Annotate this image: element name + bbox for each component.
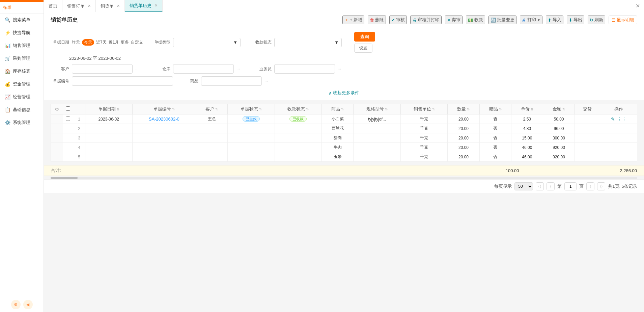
- row-customer-cell: [196, 143, 228, 152]
- import-button[interactable]: ⬆ 导入: [546, 16, 563, 24]
- th-doc-status[interactable]: 单据状态 ⇅: [228, 104, 275, 114]
- th-spec[interactable]: 规格型号 ⇅: [354, 104, 401, 114]
- audit-label: 审核: [396, 17, 405, 23]
- tab-sales-history-close[interactable]: ✕: [155, 3, 158, 8]
- tab-sales-delivery-close[interactable]: ✕: [117, 4, 120, 8]
- date-link-today[interactable]: 今天: [82, 39, 94, 46]
- row-checkbox[interactable]: [66, 116, 70, 121]
- date-link-more[interactable]: 更多: [121, 40, 129, 45]
- sidebar-collapse-btn[interactable]: ◀: [23, 300, 33, 309]
- refresh-button[interactable]: ↻ 刷新: [588, 16, 605, 24]
- abandon-button[interactable]: ✕ 弃审: [445, 16, 463, 24]
- collapse-button[interactable]: ∧ 收起更多条件: [329, 90, 359, 96]
- th-gift-sort-icon: ⇅: [499, 107, 502, 111]
- receive-button[interactable]: 💵 收款: [466, 16, 485, 24]
- th-qty-sort-icon: ⇅: [467, 107, 470, 111]
- date-link-custom[interactable]: 自定义: [131, 40, 143, 45]
- scrollbar-thumb[interactable]: [51, 177, 78, 179]
- sidebar-item-sales-mgmt[interactable]: 📊 销售管理: [0, 39, 44, 52]
- gear-icon[interactable]: ⚙: [55, 107, 59, 112]
- date-field: 单据日期 昨天 今天 近7天 近1月 更多 自定义: [51, 39, 145, 46]
- basic-info-icon: 📋: [5, 107, 10, 112]
- th-unit[interactable]: 销售单位 ⇅: [400, 104, 448, 114]
- audit-print-button[interactable]: 🖨 审核并打印: [410, 16, 442, 24]
- th-gear[interactable]: ⚙: [51, 104, 63, 114]
- doc-no-link[interactable]: SA-20230602-0: [149, 116, 179, 122]
- warehouse-ellipsis[interactable]: ···: [236, 67, 240, 71]
- sidebar-item-search-menu[interactable]: 🔍 搜索菜单: [0, 14, 44, 26]
- tab-sales-order[interactable]: 销售订单 ✕: [62, 0, 96, 12]
- display-detail-button[interactable]: ☰ 显示明细: [609, 16, 637, 24]
- customer-input[interactable]: [72, 64, 133, 74]
- footer-amount-total: 2,286.00: [610, 168, 637, 173]
- first-page-btn[interactable]: ⟨⟨: [536, 182, 544, 190]
- row-unit-cell: 千克: [400, 143, 448, 152]
- delete-button[interactable]: 🗑 删除: [368, 16, 386, 24]
- receipt-status-select[interactable]: ▼: [274, 38, 342, 47]
- tab-sales-order-close[interactable]: ✕: [88, 4, 91, 8]
- th-doc-no[interactable]: 单据编号 ⇅: [132, 104, 196, 114]
- sidebar-item-basic-info[interactable]: 📋 基础信息: [0, 103, 44, 116]
- product-ellipsis[interactable]: ···: [264, 79, 268, 83]
- th-qty[interactable]: 数量 ⇅: [448, 104, 479, 114]
- th-product[interactable]: 商品 ⇅: [322, 104, 354, 114]
- collapse-row: ∧ 收起更多条件: [51, 88, 637, 96]
- sidebar-item-inventory[interactable]: 🏠 库存核算: [0, 65, 44, 78]
- doc-type-select[interactable]: ▼: [173, 38, 241, 47]
- sidebar-item-operations[interactable]: 📈 经营管理: [0, 90, 44, 103]
- per-page-select[interactable]: 50 100 200: [514, 182, 533, 190]
- doc-type-label: 单据类型: [152, 40, 170, 45]
- table-row: 12023-06-02SA-20230602-0王总已生效已收款小白菜tyjyj…: [51, 114, 637, 124]
- th-gift[interactable]: 赠品 ⇅: [479, 104, 511, 114]
- th-gift-label: 赠品: [489, 106, 498, 112]
- salesperson-input[interactable]: [274, 64, 335, 74]
- query-button[interactable]: 查询: [354, 32, 375, 42]
- date-link-1month[interactable]: 近1月: [109, 40, 119, 45]
- search-row-2: 客户 ··· 仓库 ··· 业务员 ···: [51, 64, 637, 74]
- page-number-input[interactable]: [564, 182, 577, 190]
- sidebar-item-system[interactable]: ⚙️ 系统管理: [0, 116, 44, 129]
- tab-sales-delivery[interactable]: 销货单 ✕: [96, 0, 125, 12]
- date-link-7days[interactable]: 近7天: [96, 40, 107, 45]
- select-all-checkbox[interactable]: [66, 106, 70, 111]
- warehouse-input[interactable]: [173, 64, 234, 74]
- tab-home[interactable]: 首页: [44, 0, 62, 12]
- date-label: 单据日期: [51, 40, 69, 45]
- export-button[interactable]: ⬇ 导出: [567, 16, 584, 24]
- sidebar-item-finance[interactable]: 💰 资金管理: [0, 78, 44, 90]
- tab-sales-history[interactable]: 销货单历史 ✕: [125, 0, 163, 12]
- receive-icon: 💵: [468, 18, 473, 23]
- batch-change-button[interactable]: 🔄 批量变更: [488, 16, 516, 24]
- more-actions-icon[interactable]: ⋮⋮: [617, 116, 626, 122]
- sidebar-item-quick-nav[interactable]: ⚡ 快捷导航: [0, 26, 44, 39]
- th-price[interactable]: 单价 ⇅: [511, 104, 543, 114]
- set-button[interactable]: 设置: [354, 44, 372, 53]
- audit-button[interactable]: ✔ 审核: [389, 16, 407, 24]
- row-amount-cell: 920.00: [543, 143, 575, 152]
- last-page-btn[interactable]: ⟩⟩: [597, 182, 605, 190]
- product-input[interactable]: [201, 76, 262, 86]
- scrollbar-track: [51, 177, 637, 179]
- th-amount[interactable]: 金额 ⇅: [543, 104, 575, 114]
- th-date[interactable]: 单据日期 ⇅: [85, 104, 133, 114]
- salesperson-ellipsis[interactable]: ···: [338, 67, 341, 71]
- edit-icon[interactable]: ✎: [611, 116, 615, 122]
- print-button[interactable]: 🖨 打印 ▼: [520, 16, 542, 24]
- prev-page-btn[interactable]: ⟨: [547, 182, 555, 190]
- doc-no-input[interactable]: [72, 76, 173, 86]
- row-receipt-status-cell: [275, 133, 322, 143]
- tabbar-close-all[interactable]: ✕: [632, 3, 644, 9]
- sidebar-settings-btn[interactable]: ⚙: [11, 300, 21, 309]
- date-link-yesterday[interactable]: 昨天: [72, 40, 80, 45]
- th-customer[interactable]: 客户 ⇅: [196, 104, 228, 114]
- th-receipt-status[interactable]: 收款状态 ⇅: [275, 104, 322, 114]
- collapse-label: 收起更多条件: [333, 90, 359, 96]
- row-amount-cell: 920.00: [543, 152, 575, 162]
- receipt-status-badge: 已收款: [289, 116, 307, 122]
- next-page-btn[interactable]: ⟩: [586, 182, 594, 190]
- customer-ellipsis[interactable]: ···: [135, 67, 139, 71]
- sidebar-item-purchase-mgmt[interactable]: 🛒 采购管理: [0, 52, 44, 65]
- row-product-cell: 猪肉: [322, 133, 354, 143]
- add-button[interactable]: ＋ + 新增: [342, 16, 364, 24]
- product-field: 商品 ···: [180, 76, 274, 86]
